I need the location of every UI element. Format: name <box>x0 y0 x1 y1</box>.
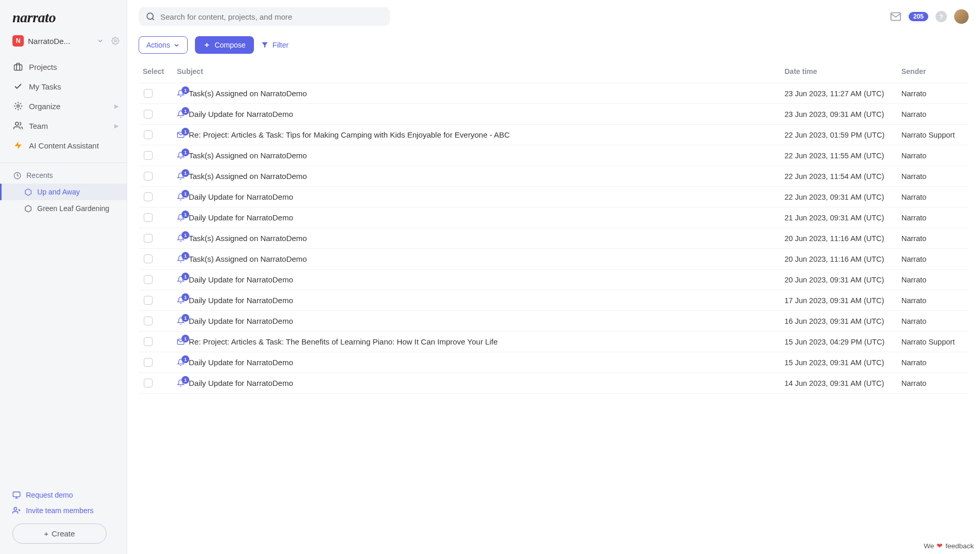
divider <box>0 162 127 163</box>
search-input[interactable] <box>160 12 383 21</box>
row-checkbox[interactable] <box>144 151 153 160</box>
svg-point-2 <box>17 105 20 108</box>
recent-item[interactable]: Up and Away <box>0 184 127 200</box>
recent-label: Up and Away <box>37 188 80 196</box>
compose-button[interactable]: Compose <box>195 36 254 54</box>
subject-text: Daily Update for NarratoDemo <box>189 110 293 118</box>
table-row[interactable]: 1 Daily Update for NarratoDemo 15 Jun 20… <box>139 352 969 373</box>
feedback-widget[interactable]: We ❤ feedback <box>924 542 974 550</box>
row-checkbox[interactable] <box>144 192 153 201</box>
row-date: 22 Jun 2023, 01:59 PM (UTC) <box>785 131 901 139</box>
filter-button[interactable]: Filter <box>261 41 289 49</box>
row-date: 15 Jun 2023, 04:29 PM (UTC) <box>785 338 901 346</box>
subject-text: Task(s) Assigned on NarratoDemo <box>189 151 307 160</box>
row-checkbox-cell <box>139 89 177 98</box>
search-bar[interactable] <box>139 7 390 26</box>
table-row[interactable]: 1 Re: Project: Articles & Task: The Bene… <box>139 332 969 352</box>
actions-button[interactable]: Actions <box>139 36 188 54</box>
row-checkbox[interactable] <box>144 358 153 367</box>
row-subject: 1 Daily Update for NarratoDemo <box>177 275 785 284</box>
svg-marker-4 <box>14 142 22 149</box>
table-row[interactable]: 1 Daily Update for NarratoDemo 16 Jun 20… <box>139 311 969 332</box>
table-row[interactable]: 1 Task(s) Assigned on NarratoDemo 22 Jun… <box>139 145 969 166</box>
row-checkbox-cell <box>139 379 177 387</box>
nav-label: AI Content Assistant <box>29 141 99 150</box>
row-checkbox[interactable] <box>144 317 153 325</box>
unread-badge: 1 <box>182 335 189 342</box>
row-checkbox[interactable] <box>144 234 153 243</box>
nav-ai-assistant[interactable]: AI Content Assistant <box>0 136 127 155</box>
table-row[interactable]: 1 Re: Project: Articles & Task: Tips for… <box>139 125 969 145</box>
row-checkbox-cell <box>139 358 177 367</box>
table-row[interactable]: 1 Task(s) Assigned on NarratoDemo 20 Jun… <box>139 228 969 249</box>
bell-icon: 1 <box>177 152 185 159</box>
row-subject: 1 Task(s) Assigned on NarratoDemo <box>177 151 785 160</box>
unread-badge: 1 <box>182 107 189 115</box>
request-demo-link[interactable]: Request demo <box>12 487 117 503</box>
nav-organize[interactable]: Organize ▶ <box>0 96 127 116</box>
workspace-name: NarratoDe... <box>28 37 93 46</box>
mail-icon[interactable] <box>890 11 901 22</box>
help-icon[interactable]: ? <box>936 11 947 22</box>
row-sender: Narrato <box>901 379 969 387</box>
table-row[interactable]: 1 Daily Update for NarratoDemo 20 Jun 20… <box>139 269 969 290</box>
recent-label: Green Leaf Gardening <box>37 204 109 213</box>
row-checkbox[interactable] <box>144 337 153 346</box>
row-checkbox[interactable] <box>144 130 153 139</box>
row-checkbox[interactable] <box>144 172 153 181</box>
row-checkbox[interactable] <box>144 213 153 222</box>
row-checkbox-cell <box>139 213 177 222</box>
row-checkbox[interactable] <box>144 110 153 118</box>
logo[interactable]: narrato <box>0 0 127 30</box>
row-checkbox[interactable] <box>144 89 153 98</box>
table-row[interactable]: 1 Daily Update for NarratoDemo 22 Jun 20… <box>139 187 969 207</box>
table-row[interactable]: 1 Daily Update for NarratoDemo 21 Jun 20… <box>139 207 969 228</box>
row-checkbox[interactable] <box>144 254 153 263</box>
row-checkbox[interactable] <box>144 379 153 387</box>
unread-badge: 1 <box>182 211 189 218</box>
nav-projects[interactable]: Projects <box>0 57 127 77</box>
table-row[interactable]: 1 Task(s) Assigned on NarratoDemo 22 Jun… <box>139 166 969 187</box>
nav-label: My Tasks <box>29 82 61 91</box>
workspace-switcher[interactable]: N NarratoDe... <box>0 30 127 53</box>
footer-link-label: Request demo <box>26 491 73 499</box>
chevron-down-icon[interactable] <box>97 37 104 44</box>
row-sender: Narrato <box>901 110 969 118</box>
subject-text: Task(s) Assigned on NarratoDemo <box>189 254 307 263</box>
recent-item[interactable]: Green Leaf Gardening <box>0 200 127 217</box>
plus-icon <box>203 41 210 49</box>
invite-link[interactable]: Invite team members <box>12 503 117 518</box>
subject-text: Re: Project: Articles & Task: Tips for M… <box>189 130 510 139</box>
svg-line-13 <box>152 18 154 20</box>
col-sender: Sender <box>901 67 969 76</box>
nav-team[interactable]: Team ▶ <box>0 116 127 136</box>
subject-text: Daily Update for NarratoDemo <box>189 192 293 201</box>
row-checkbox-cell <box>139 130 177 139</box>
workspace-badge: N <box>12 35 24 47</box>
recents-header: Recents <box>0 166 127 184</box>
row-checkbox[interactable] <box>144 275 153 284</box>
row-subject: 1 Daily Update for NarratoDemo <box>177 110 785 118</box>
svg-point-9 <box>14 507 17 510</box>
table-row[interactable]: 1 Task(s) Assigned on NarratoDemo 23 Jun… <box>139 83 969 104</box>
table-row[interactable]: 1 Daily Update for NarratoDemo 17 Jun 20… <box>139 290 969 311</box>
row-checkbox-cell <box>139 110 177 118</box>
bell-icon: 1 <box>177 276 185 283</box>
notification-count-badge[interactable]: 205 <box>909 12 928 21</box>
subject-text: Daily Update for NarratoDemo <box>189 213 293 222</box>
unread-badge: 1 <box>182 169 189 177</box>
gear-icon[interactable] <box>111 37 119 45</box>
avatar[interactable] <box>954 9 969 24</box>
row-checkbox[interactable] <box>144 296 153 305</box>
row-sender: Narrato <box>901 193 969 201</box>
sidebar-footer: Request demo Invite team members + Creat… <box>0 481 127 554</box>
unread-badge: 1 <box>182 231 189 239</box>
row-date: 20 Jun 2023, 11:16 AM (UTC) <box>785 255 901 263</box>
table-row[interactable]: 1 Daily Update for NarratoDemo 23 Jun 20… <box>139 104 969 125</box>
nav-my-tasks[interactable]: My Tasks <box>0 77 127 96</box>
bell-icon: 1 <box>177 234 185 242</box>
table-row[interactable]: 1 Task(s) Assigned on NarratoDemo 20 Jun… <box>139 249 969 269</box>
create-button[interactable]: + Create <box>12 523 107 544</box>
actions-label: Actions <box>146 41 170 49</box>
table-row[interactable]: 1 Daily Update for NarratoDemo 14 Jun 20… <box>139 373 969 394</box>
